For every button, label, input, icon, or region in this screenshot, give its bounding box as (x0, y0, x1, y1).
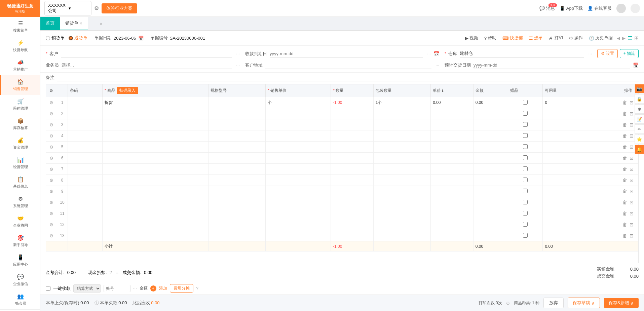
td-barcode-9[interactable] (68, 197, 102, 208)
td-amount-0[interactable]: 0.00 (473, 97, 508, 108)
remark-input[interactable] (57, 74, 639, 81)
td-unit-1[interactable] (266, 108, 331, 119)
td-gear-10[interactable]: ⚙ (46, 208, 57, 219)
td-amount-11[interactable] (473, 219, 508, 230)
delete-row-btn-8[interactable]: 🗑 (622, 188, 628, 195)
td-barcode-12[interactable] (68, 230, 102, 241)
copy-row-btn-12[interactable]: ⊡ (629, 232, 634, 239)
calendar-icon[interactable]: 📅 (138, 36, 144, 41)
td-qty-12[interactable] (331, 230, 373, 241)
salesman-more-icon[interactable]: ··· (236, 63, 240, 68)
td-gift-9[interactable] (508, 197, 543, 208)
nav-next-icon[interactable]: ▶ (622, 36, 626, 41)
td-gear-8[interactable]: ⚙ (46, 186, 57, 197)
float-btn-7[interactable]: 🔔 (635, 145, 644, 154)
td-price-10[interactable] (431, 208, 473, 219)
sidebar-item-members[interactable]: 👥畅会员 (0, 290, 40, 309)
td-gift-1[interactable] (508, 108, 543, 119)
td-barcode-6[interactable] (68, 164, 102, 175)
td-qty-4[interactable] (331, 142, 373, 153)
td-gift-6[interactable] (508, 164, 543, 175)
sidebar-item-marketing[interactable]: 📣营销推广 (0, 56, 40, 75)
add-payment-btn[interactable]: + (150, 285, 156, 291)
tab-sales-order[interactable]: 销货单 × (60, 17, 88, 30)
td-gift-4[interactable] (508, 142, 543, 153)
help-btn[interactable]: ? 帮助 (482, 34, 498, 42)
float-btn-1[interactable]: 📷 (635, 84, 644, 93)
td-unit-11[interactable] (266, 219, 331, 230)
td-unit-4[interactable] (266, 142, 331, 153)
gift-checkbox-5[interactable] (523, 155, 528, 160)
warehouse-more-icon[interactable]: ··· (588, 51, 592, 56)
td-product-12[interactable] (102, 230, 208, 241)
td-gear-6[interactable]: ⚙ (46, 164, 57, 175)
copy-row-btn-3[interactable]: ⊡ (629, 132, 634, 139)
sales-radio-input[interactable] (46, 36, 50, 40)
customer-more-icon[interactable]: ··· (236, 51, 240, 56)
return-radio[interactable]: 退货单 (69, 35, 87, 41)
td-gift-10[interactable] (508, 208, 543, 219)
td-amount-2[interactable] (473, 119, 508, 130)
td-amount-9[interactable] (473, 197, 508, 208)
copy-row-btn-8[interactable]: ⊡ (629, 188, 634, 195)
td-unit-9[interactable] (266, 197, 331, 208)
delete-row-btn-4[interactable]: 🗑 (622, 144, 628, 150)
td-gift-12[interactable] (508, 230, 543, 241)
float-btn-3[interactable]: ⊕ (635, 104, 644, 114)
gift-checkbox-7[interactable] (523, 178, 528, 182)
history-btn[interactable]: 🕐 历史单据 (587, 34, 615, 42)
float-btn-4[interactable]: 📝 (635, 114, 644, 124)
sidebar-item-enterprise[interactable]: 🤝企业协同 (0, 212, 40, 231)
td-amount-8[interactable] (473, 186, 508, 197)
td-product-3[interactable] (102, 130, 208, 142)
delete-row-btn-11[interactable]: 🗑 (622, 221, 628, 228)
td-pack-qty-7[interactable] (373, 175, 430, 186)
td-pack-qty-0[interactable]: 1个 (373, 97, 430, 108)
td-qty-0[interactable]: -1.00 (331, 97, 373, 108)
td-qty-2[interactable] (331, 119, 373, 130)
td-gift-5[interactable] (508, 153, 543, 164)
td-pack-qty-2[interactable] (373, 119, 430, 130)
shortcut-btn[interactable]: ⌨ 快捷键 (500, 34, 525, 42)
video-btn[interactable]: ▶ 视频 (463, 34, 480, 42)
sidebar-item-system[interactable]: ⚙系统管理 (0, 192, 40, 212)
td-product-0[interactable]: 拆货 (102, 97, 208, 108)
copy-row-btn-7[interactable]: ⊡ (629, 177, 634, 184)
td-amount-5[interactable] (473, 153, 508, 164)
td-spec-11[interactable] (208, 219, 265, 230)
sidebar-item-basic-info[interactable]: 📋基础信息 (0, 173, 40, 192)
td-barcode-2[interactable] (68, 119, 102, 130)
gift-checkbox-4[interactable] (523, 144, 528, 149)
td-spec-1[interactable] (208, 108, 265, 119)
gear-icon[interactable]: ⚙ (94, 5, 99, 11)
td-qty-1[interactable] (331, 108, 373, 119)
td-pack-qty-8[interactable] (373, 186, 430, 197)
td-gift-11[interactable] (508, 219, 543, 230)
sidebar-item-wechat[interactable]: 💬企业微信 (0, 270, 40, 290)
td-gear-7[interactable]: ⚙ (46, 175, 57, 186)
sidebar-item-sales-mgmt[interactable]: 🏠销售管理 (0, 75, 40, 95)
td-unit-7[interactable] (266, 175, 331, 186)
sidebar-item-inventory[interactable]: 📦库存核算 (0, 114, 40, 134)
copy-row-btn-2[interactable]: ⊡ (629, 121, 634, 128)
td-price-2[interactable] (431, 119, 473, 130)
td-gift-2[interactable] (508, 119, 543, 130)
td-product-10[interactable] (102, 208, 208, 219)
gift-checkbox-1[interactable] (523, 111, 528, 116)
td-barcode-7[interactable] (68, 175, 102, 186)
td-gear-0[interactable]: ⚙ (46, 97, 57, 108)
delete-row-btn-7[interactable]: 🗑 (622, 177, 628, 184)
td-gear-9[interactable]: ⚙ (46, 197, 57, 208)
td-unit-6[interactable] (266, 164, 331, 175)
delete-row-btn-6[interactable]: 🗑 (622, 166, 628, 172)
copy-row-btn-4[interactable]: ⊡ (629, 144, 634, 150)
td-spec-5[interactable] (208, 153, 265, 164)
nav-prev-icon[interactable]: ◀ (617, 36, 620, 41)
td-barcode-8[interactable] (68, 186, 102, 197)
td-gift-8[interactable] (508, 186, 543, 197)
td-qty-5[interactable] (331, 153, 373, 164)
td-gear-1[interactable]: ⚙ (46, 108, 57, 119)
account-input[interactable] (104, 285, 130, 292)
td-barcode-10[interactable] (68, 208, 102, 219)
td-product-5[interactable] (102, 153, 208, 164)
